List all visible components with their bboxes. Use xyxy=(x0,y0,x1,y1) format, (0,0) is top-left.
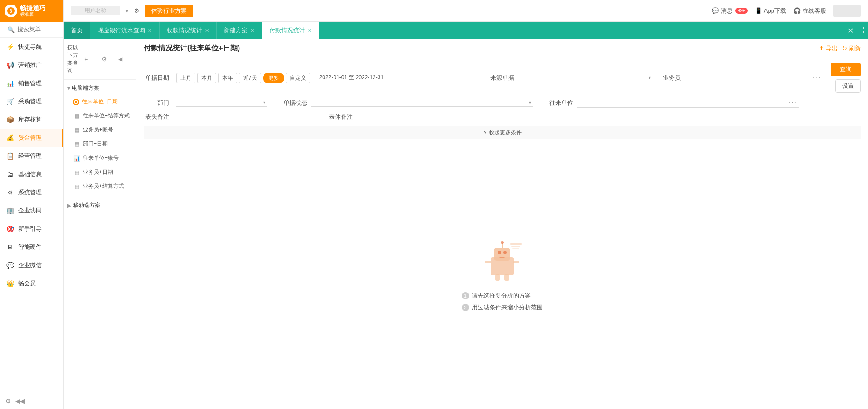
sidebar-item-marketing[interactable]: 📢 营销推广 xyxy=(0,56,63,74)
app-logo: 6 畅捷通巧 标准版 xyxy=(0,0,63,22)
sidebar-item-finance[interactable]: 💰 资金管理 xyxy=(0,129,63,147)
trial-btn[interactable]: 体验行业方案 xyxy=(145,5,193,17)
sidebar-menu: ⚡ 快捷导航 📢 营销推广 📊 销售管理 🛒 采购管理 📦 库存核算 💰 资金管… xyxy=(0,38,63,393)
topbar-settings-icon[interactable]: ⚙ xyxy=(134,7,140,14)
table-header-note-input[interactable] xyxy=(176,112,313,121)
collapse-sidebar-icon[interactable]: ◀◀ xyxy=(15,398,25,404)
sidebar-item-operation[interactable]: 📋 经营管理 xyxy=(0,147,63,165)
dept-select[interactable] xyxy=(178,99,261,106)
salesperson-input[interactable] xyxy=(686,75,813,81)
tab-bank-flow[interactable]: 现金银行流水查询 ✕ xyxy=(90,22,160,39)
tabbar: 首页 现金银行流水查询 ✕ 收款情况统计 ✕ 新建方案 ✕ 付款情况统计 ✕ ✕… xyxy=(64,22,868,39)
search-menu[interactable]: 🔍 搜索菜单 xyxy=(0,22,63,38)
app-download-btn[interactable]: 📱 App下载 xyxy=(755,7,786,15)
sidebar-item-sales[interactable]: 📊 销售管理 xyxy=(0,74,63,92)
sidebar-item-member[interactable]: 👑 畅会员 xyxy=(0,274,63,293)
source-dropdown-icon: ▾ xyxy=(649,75,651,80)
scheme-icon-salesperson-account: ▦ xyxy=(73,126,80,134)
date-btn-more[interactable]: 更多 xyxy=(263,73,284,83)
sidebar-bottom: ⚙ ◀◀ xyxy=(0,393,63,409)
tab-close-receipt-stats[interactable]: ✕ xyxy=(205,28,209,34)
topbar-dropdown-icon[interactable]: ▾ xyxy=(125,7,129,14)
date-btn-custom[interactable]: 自定义 xyxy=(286,73,310,83)
page-title: 付款情况统计(往来单位+日期) xyxy=(144,44,240,53)
scheme-settings-btn[interactable]: ⚙ xyxy=(101,56,115,63)
tab-home[interactable]: 首页 xyxy=(64,22,90,39)
salesperson-label: 业务员 xyxy=(660,74,681,82)
sidebar-item-inventory[interactable]: 📦 库存核算 xyxy=(0,111,63,129)
operation-icon: 📋 xyxy=(5,151,15,161)
svg-point-5 xyxy=(503,251,507,254)
guide-icon: 🎯 xyxy=(5,224,15,233)
purchase-icon: 🛒 xyxy=(5,97,15,106)
date-btn-this-month[interactable]: 本月 xyxy=(197,73,216,83)
user-avatar[interactable] xyxy=(833,5,861,17)
date-btn-this-year[interactable]: 本年 xyxy=(218,73,237,83)
basic-icon: 🗂 xyxy=(5,170,15,179)
wechat-icon: 💬 xyxy=(5,261,15,270)
table-body-note-input[interactable] xyxy=(356,112,861,121)
date-btn-last-month[interactable]: 上月 xyxy=(176,73,195,83)
partner-input[interactable] xyxy=(579,99,788,106)
sidebar-item-quick-nav[interactable]: ⚡ 快捷导航 xyxy=(0,38,63,56)
status-select[interactable] xyxy=(313,99,527,106)
desktop-group-title[interactable]: ▾ 电脑端方案 xyxy=(64,81,136,95)
mobile-scheme-group: ▶ 移动端方案 xyxy=(64,197,136,214)
scheme-add-btn[interactable]: + xyxy=(84,56,98,63)
scheme-icon-salesperson-date: ▦ xyxy=(73,169,80,176)
date-btn-last-7-days[interactable]: 近7天 xyxy=(239,73,261,83)
page-header: 付款情况统计(往来单位+日期) ⬆ 导出 ↻ 刷新 xyxy=(136,39,868,57)
sidebar-item-system[interactable]: ⚙ 系统管理 xyxy=(0,183,63,202)
salesperson-more-btn[interactable]: ··· xyxy=(813,74,822,82)
tab-close-bank-flow[interactable]: ✕ xyxy=(148,28,152,34)
scheme-panel-title: 按以下方案查询 xyxy=(67,44,81,75)
scheme-item-salesperson-settlement[interactable]: ▦ 业务员+结算方式 xyxy=(64,179,136,193)
scheme-item-partner-date[interactable]: 往来单位+日期 xyxy=(64,95,136,109)
messages-btn[interactable]: 💬 消息 99+ xyxy=(712,7,748,15)
maximize-btn[interactable]: ⛶ xyxy=(857,26,864,35)
svg-rect-9 xyxy=(495,274,500,281)
sidebar-item-wechat[interactable]: 💬 企业微信 xyxy=(0,256,63,274)
tab-payment-stats[interactable]: 付款情况统计 ✕ xyxy=(262,22,319,39)
online-service-btn[interactable]: 🎧 在线客服 xyxy=(793,7,826,15)
sidebar-item-basic[interactable]: 🗂 基础信息 xyxy=(0,165,63,183)
scheme-item-salesperson-account[interactable]: ▦ 业务员+账号 xyxy=(64,123,136,137)
scheme-icon-dept-date: ▦ xyxy=(73,141,80,148)
partner-more-btn[interactable]: ··· xyxy=(788,98,797,106)
date-label: 单据日期 xyxy=(144,74,169,82)
filter-settings-btn[interactable]: 设置 xyxy=(835,79,861,93)
source-select[interactable] xyxy=(519,75,646,81)
dept-dropdown-icon: ▾ xyxy=(263,100,265,105)
dept-label: 部门 xyxy=(144,99,169,107)
download-icon: 📱 xyxy=(755,7,762,14)
date-range-input[interactable] xyxy=(318,74,409,82)
tab-new-scheme[interactable]: 新建方案 ✕ xyxy=(217,22,262,39)
scheme-collapse-btn[interactable]: ◀ xyxy=(118,56,132,62)
scheme-item-salesperson-date[interactable]: ▦ 业务员+日期 xyxy=(64,165,136,179)
tab-close-payment-stats[interactable]: ✕ xyxy=(308,28,312,34)
scheme-item-partner-account[interactable]: 📊 往来单位+账号 xyxy=(64,151,136,165)
collapse-more-conditions[interactable]: ∧ 收起更多条件 xyxy=(144,126,861,139)
refresh-btn[interactable]: ↻ 刷新 xyxy=(842,45,861,53)
scheme-icon-partner-account: 📊 xyxy=(73,155,80,162)
search-icon: 🔍 xyxy=(7,26,15,33)
sales-icon: 📊 xyxy=(5,79,15,88)
sidebar-item-guide[interactable]: 🎯 新手引导 xyxy=(0,220,63,238)
close-all-tabs-btn[interactable]: ✕ xyxy=(848,26,853,35)
scheme-item-dept-date[interactable]: ▦ 部门+日期 xyxy=(64,137,136,151)
table-body-note-label: 表体备注 xyxy=(327,113,353,121)
export-btn[interactable]: ⬆ 导出 xyxy=(819,45,838,53)
service-icon: 🎧 xyxy=(793,7,801,14)
tab-receipt-stats[interactable]: 收款情况统计 ✕ xyxy=(160,22,217,39)
mobile-group-title[interactable]: ▶ 移动端方案 xyxy=(64,199,136,212)
sidebar-item-enterprise[interactable]: 🏢 企业协同 xyxy=(0,202,63,220)
scheme-item-partner-settlement[interactable]: ▦ 往来单位+结算方式 xyxy=(64,109,136,123)
sidebar-item-hardware[interactable]: 🖥 智能硬件 xyxy=(0,238,63,256)
sidebar-item-purchase[interactable]: 🛒 采购管理 xyxy=(0,92,63,111)
tab-close-new-scheme[interactable]: ✕ xyxy=(250,28,254,34)
mobile-group-arrow: ▶ xyxy=(67,202,71,209)
svg-rect-8 xyxy=(513,261,519,263)
query-btn[interactable]: 查询 xyxy=(831,63,861,76)
finance-icon: 💰 xyxy=(5,133,15,142)
settings-bottom-icon[interactable]: ⚙ xyxy=(5,398,11,404)
